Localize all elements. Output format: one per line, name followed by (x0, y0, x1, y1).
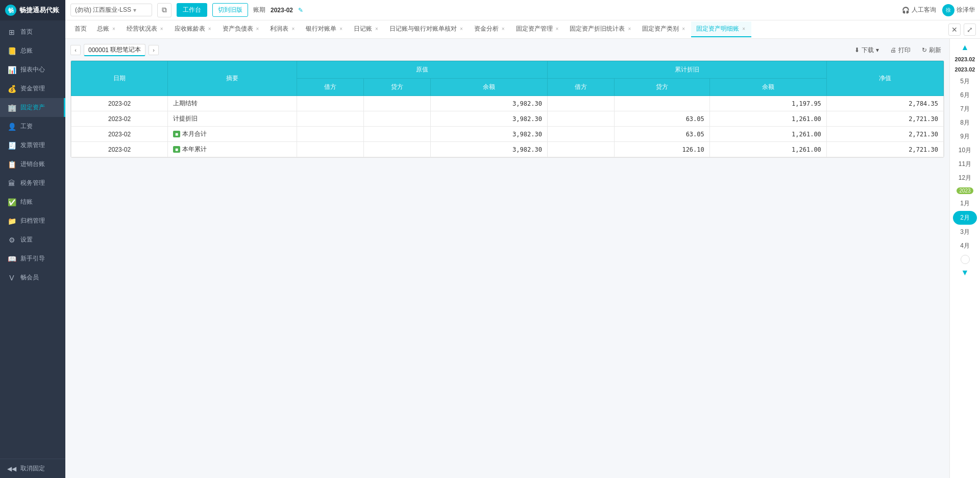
col-accumulated-dep-header: 累计折旧 (547, 61, 826, 79)
download-chevron-icon: ▾ (876, 46, 879, 54)
tab-journal[interactable]: 日记账 × (349, 21, 384, 37)
service-button[interactable]: 🎧 人工客询 (902, 6, 936, 14)
sidebar-item-guide[interactable]: 📖 新手引导 (0, 249, 65, 268)
sidebar-item-ledger[interactable]: 📒 总账 (0, 41, 65, 60)
breadcrumb-forward-button[interactable]: › (149, 45, 159, 55)
tab-expand-button[interactable]: ⤢ (964, 23, 976, 36)
sidebar-item-purchases[interactable]: 📋 进销台账 (0, 155, 65, 174)
copy-company-button[interactable]: ⧉ (157, 3, 172, 17)
month-5[interactable]: 5月 (950, 75, 980, 88)
tab-close-ledger[interactable]: × (111, 26, 116, 32)
refresh-label: 刷新 (929, 46, 941, 55)
period-label: 账期 (253, 6, 265, 14)
tab-close-income-statement[interactable]: × (290, 26, 296, 32)
refresh-button[interactable]: ↻ 刷新 (919, 44, 944, 56)
sidebar-label-close: 结账 (20, 198, 33, 206)
month-7[interactable]: 7月 (950, 102, 980, 116)
tab-close-depreciation-stats[interactable]: × (627, 26, 632, 32)
tab-label-fixed-assets-category: 固定资产类别 (642, 25, 679, 33)
sidebar-item-home[interactable]: ⊞ 首页 (0, 22, 65, 41)
sidebar-item-archive[interactable]: 📁 归档管理 (0, 211, 65, 230)
sidebar-pin-toggle[interactable]: ◀◀ 取消固定 (0, 459, 65, 478)
month-11[interactable]: 11月 (950, 157, 980, 171)
row-tag: ■ (173, 131, 180, 137)
cell-acc-credit (614, 96, 709, 111)
cell-orig-debit (297, 142, 364, 157)
tab-close-fund-analysis[interactable]: × (501, 26, 506, 32)
table-row: 2023-02 计提折旧 3,982.30 63.05 1,261.00 2,7… (71, 111, 944, 127)
sidebar-label-tax: 税务管理 (20, 179, 45, 187)
breadcrumb-asset[interactable]: 000001 联想笔记本 (84, 44, 145, 56)
cell-summary: 计提折旧 (168, 111, 297, 127)
month-2-active[interactable]: 2月 (953, 211, 977, 225)
cell-orig-credit (363, 142, 430, 157)
download-button[interactable]: ⬇ 下载 ▾ (851, 44, 882, 56)
tab-close-ar-aging[interactable]: × (207, 26, 212, 32)
tab-close-journal-reconcile[interactable]: × (459, 26, 464, 32)
cell-acc-debit (547, 142, 614, 157)
tab-balance-sheet[interactable]: 资产负债表 × (217, 21, 265, 37)
tab-depreciation-stats[interactable]: 固定资产折旧统计表 × (565, 21, 637, 37)
reports-icon: 📊 (7, 66, 16, 74)
cell-orig-balance: 3,982.30 (430, 96, 547, 111)
tab-close-journal[interactable]: × (374, 26, 379, 32)
tab-label-fund-analysis: 资金分析 (474, 25, 499, 33)
tab-close-all-button[interactable]: ✕ (948, 23, 961, 36)
sidebar-item-fixed-assets[interactable]: 🏢 固定资产 (0, 98, 65, 117)
period-edit-icon[interactable]: ✎ (298, 7, 303, 14)
breadcrumb-back-button[interactable]: ‹ (70, 45, 81, 55)
month-12[interactable]: 12月 (950, 171, 980, 185)
tab-fixed-assets-mgmt[interactable]: 固定资产管理 × (511, 21, 565, 37)
tab-close-balance-sheet[interactable]: × (255, 26, 260, 32)
tab-fund-analysis[interactable]: 资金分析 × (469, 21, 511, 37)
switch-version-button[interactable]: 切到旧版 (212, 3, 248, 17)
sidebar-item-payroll[interactable]: 👤 工资 (0, 117, 65, 136)
date-nav-up-button[interactable]: ▲ (950, 41, 980, 54)
tab-label-balance-sheet: 资产负债表 (223, 25, 253, 33)
main-panel: ‹ 000001 联想笔记本 › ⬇ 下载 ▾ 🖨 打印 (65, 39, 949, 478)
print-button[interactable]: 🖨 打印 (887, 44, 914, 56)
cell-orig-credit (363, 96, 430, 111)
workspace-button[interactable]: 工作台 (177, 3, 207, 17)
month-1[interactable]: 1月 (950, 197, 980, 210)
fixed-assets-icon: 🏢 (7, 104, 16, 112)
tab-label-home: 首页 (75, 25, 87, 33)
tab-bank-statement[interactable]: 银行对账单 × (301, 21, 349, 37)
month-9[interactable]: 9月 (950, 130, 980, 144)
tab-close-business-status[interactable]: × (159, 26, 164, 32)
tab-close-bank-statement[interactable]: × (338, 26, 344, 32)
month-3[interactable]: 3月 (950, 225, 980, 239)
sidebar-item-funds[interactable]: 💰 资金管理 (0, 79, 65, 98)
headset-icon: 🎧 (902, 7, 910, 14)
sidebar-item-settings[interactable]: ⚙ 设置 (0, 230, 65, 249)
month-6[interactable]: 6月 (950, 88, 980, 102)
col-date-header: 日期 (71, 61, 168, 96)
month-4[interactable]: 4月 (950, 239, 980, 253)
cell-net-value: 2,721.30 (826, 142, 943, 157)
month-10[interactable]: 10月 (950, 144, 980, 157)
tab-close-fixed-assets-detail[interactable]: × (741, 26, 746, 32)
tab-journal-reconcile[interactable]: 日记账与银行对账单核对 × (384, 21, 469, 37)
sidebar-item-member[interactable]: V 畅会员 (0, 268, 65, 287)
tab-business-status[interactable]: 经营状况表 × (121, 21, 169, 37)
date-nav-down-button[interactable]: ▼ (950, 266, 980, 279)
tab-close-fixed-assets-mgmt[interactable]: × (555, 26, 560, 32)
tab-fixed-assets-detail[interactable]: 固定资产明细账 × (691, 21, 751, 37)
member-icon: V (7, 274, 16, 282)
company-selector[interactable]: (勿动) 江西服业-LSS ▾ (70, 4, 152, 16)
user-menu[interactable]: 徐 徐泽华 (942, 4, 975, 16)
tab-ar-aging[interactable]: 应收账龄表 × (169, 21, 217, 37)
month-8[interactable]: 8月 (950, 116, 980, 130)
tab-income-statement[interactable]: 利润表 × (265, 21, 301, 37)
tab-ledger[interactable]: 总账 × (92, 21, 121, 37)
sidebar-label-archive: 归档管理 (20, 217, 45, 225)
tab-home[interactable]: 首页 (69, 21, 92, 37)
sidebar-item-close[interactable]: ✅ 结账 (0, 193, 65, 211)
sidebar-item-reports[interactable]: 📊 报表中心 (0, 60, 65, 79)
tab-fixed-assets-category[interactable]: 固定资产类别 × (637, 21, 691, 37)
sidebar-item-tax[interactable]: 🏛 税务管理 (0, 174, 65, 193)
ledger-icon: 📒 (7, 47, 16, 55)
tab-close-fixed-assets-category[interactable]: × (681, 26, 686, 32)
funds-icon: 💰 (7, 85, 16, 93)
sidebar-item-invoices[interactable]: 🧾 发票管理 (0, 136, 65, 155)
